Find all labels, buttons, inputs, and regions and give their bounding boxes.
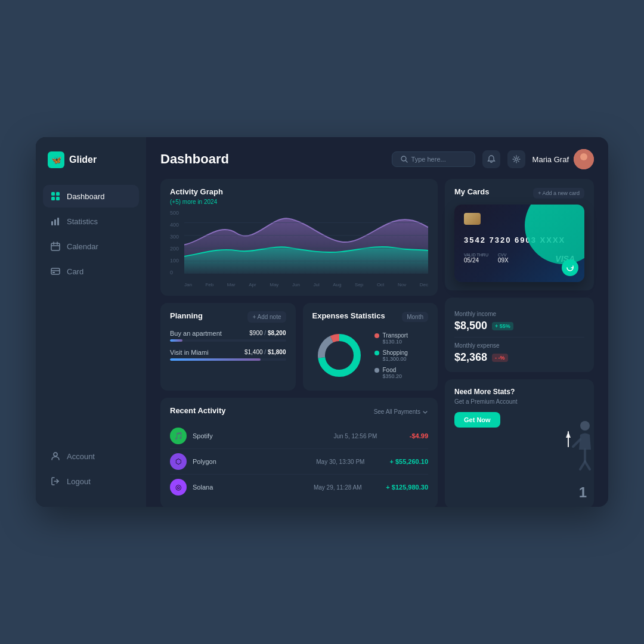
chevron-down-icon (422, 409, 428, 415)
sidebar-item-dashboard-label: Dashboard (67, 192, 105, 201)
planning-item-amount-0: $900 / $8,200 (249, 330, 286, 337)
planning-header: Planning + Add note (170, 311, 286, 323)
activity-graph-card: Activity Graph (+5) more in 2024 500 400… (160, 179, 438, 296)
logo-text: Glider (69, 154, 97, 165)
shopping-label: Shopping (383, 349, 408, 356)
activity-row-2: ◎ Solana May 29, 11:28 AM + $125,980.30 (170, 475, 428, 500)
sidebar-item-logout[interactable]: Logout (43, 470, 139, 493)
recent-activity-card: Recent Activity See All Payments 🎵 Spoti… (160, 398, 438, 507)
svg-rect-13 (52, 272, 55, 273)
income-row: Monthly income $8,500 + 55% (454, 306, 584, 338)
notification-button[interactable] (482, 150, 500, 168)
add-card-label: + Add a new card (538, 190, 580, 196)
sidebar-bottom: Account Logout (36, 445, 146, 493)
refresh-icon (566, 264, 574, 272)
transport-dot (374, 333, 379, 338)
sidebar-item-account[interactable]: Account (43, 445, 139, 467)
expense-badge: - -% (492, 354, 508, 362)
activity-amount-1: + $55,260.10 (389, 458, 428, 465)
graph-svg (184, 210, 428, 274)
sidebar-item-account-label: Account (67, 452, 95, 461)
shopping-dot (374, 351, 379, 355)
expenses-legend: Transport $130.10 Shopping $1,300.00 (374, 332, 408, 379)
legend-food: Food $350.20 (374, 367, 408, 379)
activity-graph-title: Activity Graph (170, 187, 428, 196)
add-card-button[interactable]: + Add a new card (533, 188, 584, 199)
svg-point-20 (580, 153, 587, 160)
my-cards-header: My Cards + Add a new card (454, 187, 584, 199)
financial-info-card: Monthly income $8,500 + 55% Monthly expe… (445, 298, 594, 372)
planning-card: Planning + Add note Buy an apartment $90… (160, 303, 296, 391)
user-name: Maria Graf (532, 155, 569, 164)
sidebar-item-card-label: Card (67, 267, 83, 276)
logo-icon: 🦋 (48, 151, 64, 168)
activity-amount-0: -$4.99 (410, 432, 428, 439)
expense-row: Monthly expense $2,368 - -% (454, 338, 584, 364)
get-now-button[interactable]: Get Now (454, 412, 500, 428)
svg-rect-2 (51, 197, 55, 200)
svg-rect-0 (51, 192, 55, 196)
card-refresh-button[interactable] (562, 259, 578, 276)
activity-name-1: Polygon (193, 458, 291, 465)
settings-button[interactable] (507, 150, 525, 168)
svg-rect-4 (51, 221, 53, 225)
card-chip (464, 213, 481, 225)
activity-row-0: 🎵 Spotify Jun 5, 12:56 PM -$4.99 (170, 423, 428, 449)
expense-value: $2,368 (454, 351, 487, 364)
donut-chart (312, 329, 366, 382)
activity-header: Recent Activity See All Payments (170, 406, 428, 417)
app-container: 🦋 Glider Dashboard (36, 137, 608, 507)
main-content: Dashboard Type here... (146, 137, 608, 507)
progress-bar-0 (170, 339, 286, 342)
graph-y-labels: 500 400 300 200 100 0 (170, 210, 179, 275)
avatar-image (574, 149, 594, 169)
income-value: $8,500 (454, 320, 487, 332)
progress-fill-1 (170, 358, 261, 361)
add-note-button[interactable]: + Add note (247, 311, 286, 323)
user-info: Maria Graf (532, 149, 594, 169)
activity-row-1: ⬡ Polygon May 30, 13:30 PM + $55,260.10 (170, 449, 428, 475)
activity-date-1: May 30, 13:30 PM (291, 459, 389, 465)
graph-x-labels: JanFebMar AprMayJun JulAugSep OctNovDec (184, 282, 428, 287)
gear-icon (512, 155, 521, 163)
sidebar-logo: 🦋 Glider (36, 151, 146, 185)
food-label: Food (383, 367, 402, 373)
see-all-button[interactable]: See All Payments (374, 408, 428, 415)
planning-item-0: Buy an apartment $900 / $8,200 (170, 330, 286, 342)
card-icon (50, 266, 61, 277)
sidebar-item-dashboard[interactable]: Dashboard (43, 185, 139, 208)
svg-line-32 (585, 462, 590, 469)
transport-label: Transport (383, 332, 408, 339)
sidebar-item-statistics-label: Statistics (67, 217, 98, 226)
legend-shopping: Shopping $1,300.00 (374, 349, 408, 362)
expenses-header: Expenses Statistics Month (312, 311, 429, 323)
decoration-number: 1 (579, 484, 587, 501)
income-badge: + 55% (492, 322, 513, 330)
sidebar-item-calendar[interactable]: Calendar (43, 235, 139, 258)
expense-amount: $2,368 - -% (454, 351, 584, 364)
need-stats-subtitle: Get a Premium Account (454, 398, 584, 405)
search-bar[interactable]: Type here... (392, 151, 475, 167)
graph-area: 500 400 300 200 100 0 (170, 210, 428, 287)
svg-line-17 (405, 161, 407, 163)
sidebar: 🦋 Glider Dashboard (36, 137, 146, 507)
planning-title: Planning (170, 311, 203, 320)
need-stats-card: Need More Stats? Get a Premium Account G… (445, 379, 594, 507)
svg-rect-7 (51, 243, 60, 250)
sidebar-item-card[interactable]: Card (43, 260, 139, 283)
planning-item-name-0: Buy an apartment (170, 330, 222, 337)
credit-card: 3542 7320 6903 XXXX VALID THRU 05/24 CVV… (454, 205, 584, 282)
activity-date-2: May 29, 11:28 AM (289, 484, 386, 491)
activity-name-2: Solana (193, 484, 289, 491)
dashboard-grid: Activity Graph (+5) more in 2024 500 400… (146, 179, 608, 507)
header-right: Type here... Maria Graf (392, 149, 594, 169)
expenses-body: Transport $130.10 Shopping $1,300.00 (312, 329, 429, 382)
stats-decoration (555, 417, 594, 470)
svg-line-33 (573, 439, 580, 447)
sidebar-item-calendar-label: Calendar (67, 242, 98, 251)
sidebar-item-statistics[interactable]: Statistics (43, 210, 139, 233)
svg-rect-5 (54, 219, 56, 225)
month-button[interactable]: Month (402, 312, 428, 322)
logout-icon (50, 476, 61, 487)
sidebar-nav: Dashboard Statistics (36, 185, 146, 445)
